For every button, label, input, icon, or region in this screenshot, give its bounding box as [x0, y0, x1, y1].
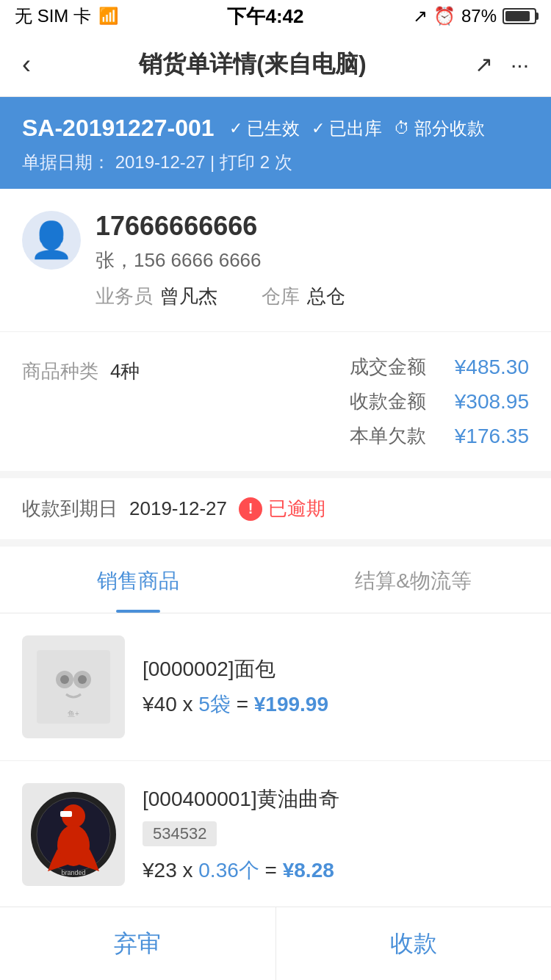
- owe-amount-label: 本单欠款: [350, 423, 426, 449]
- status-badge-effective: ✓ 已生效: [229, 117, 300, 140]
- svg-rect-10: [60, 811, 72, 817]
- carrier-text: 无 SIM 卡: [15, 4, 91, 28]
- battery-icon: [503, 8, 536, 24]
- tab-sales-label: 销售商品: [97, 569, 179, 592]
- received-amount-label: 收款金额: [350, 389, 426, 414]
- salesperson-label: 业务员: [96, 284, 153, 309]
- tab-settlement-label: 结算&物流等: [355, 569, 472, 592]
- stats-right: 成交金额 ¥485.30 收款金额 ¥308.95 本单欠款 ¥176.35: [276, 354, 529, 449]
- customer-phone: 17666666666: [96, 211, 529, 242]
- avatar: 👤: [22, 211, 81, 270]
- warehouse-value: 总仓: [307, 284, 345, 309]
- battery-percent: 87%: [461, 6, 497, 26]
- more-icon[interactable]: ···: [511, 52, 529, 77]
- nav-actions: ↗ ···: [475, 51, 529, 77]
- print-info: | 打印 2 次: [210, 152, 292, 172]
- alarm-icon: ⏰: [433, 6, 455, 26]
- back-button[interactable]: ‹: [22, 49, 31, 80]
- product-price-2: ¥23 x 0.36个 = ¥8.28: [143, 857, 529, 884]
- svg-text:鱼+: 鱼+: [68, 710, 79, 718]
- header-banner: SA-20191227-001 ✓ 已生效 ✓ 已出库 ⏱ 部分收款 单据日期：…: [0, 97, 551, 189]
- date-label: 单据日期：: [22, 152, 110, 172]
- check-icon-2: ✓: [311, 119, 325, 138]
- cancel-button[interactable]: 弃审: [0, 907, 276, 980]
- status-text-2: 已出库: [329, 117, 382, 140]
- svg-text:branded: branded: [61, 869, 85, 876]
- product-brand-icon: branded: [29, 790, 118, 879]
- status-badge-shipped: ✓ 已出库: [311, 117, 382, 140]
- product-image-2: branded: [22, 783, 125, 886]
- status-badge-partial: ⏱ 部分收款: [394, 117, 485, 140]
- banner-date: 单据日期： 2019-12-27 | 打印 2 次: [22, 151, 529, 174]
- overdue-badge: ! 已逾期: [239, 496, 325, 522]
- warehouse-label: 仓库: [262, 284, 300, 309]
- bottom-actions: 弃审 收款: [0, 907, 551, 980]
- due-date-section: 收款到期日 2019-12-27 ! 已逾期: [0, 478, 551, 547]
- page-title: 销货单详情(来自电脑): [139, 48, 366, 81]
- due-date-label: 收款到期日: [22, 496, 118, 522]
- product-placeholder-1: 鱼+: [22, 635, 125, 738]
- overdue-icon: !: [239, 497, 262, 521]
- customer-name: 张，156 6666 6666: [96, 248, 529, 273]
- location-icon: ↗: [413, 6, 428, 26]
- tabs-section: 销售商品 结算&物流等: [0, 547, 551, 613]
- salesperson-item: 业务员 曾凡杰: [96, 284, 217, 309]
- product-tag-2: 534532: [143, 821, 217, 846]
- product-owl-icon: 鱼+: [37, 650, 110, 724]
- stats-left: 商品种类 4种: [22, 354, 276, 384]
- banner-top: SA-20191227-001 ✓ 已生效 ✓ 已出库 ⏱ 部分收款: [22, 115, 529, 142]
- overdue-text: 已逾期: [268, 496, 325, 522]
- product-item: 鱼+ [0000002]面包 ¥40 x 5袋 = ¥199.99: [0, 613, 551, 761]
- warehouse-item: 仓库 总仓: [262, 284, 345, 309]
- svg-point-3: [60, 675, 69, 684]
- salesperson-value: 曾凡杰: [160, 284, 217, 309]
- status-text-1: 已生效: [247, 117, 300, 140]
- product-info-1: [0000002]面包 ¥40 x 5袋 = ¥199.99: [143, 655, 529, 718]
- nav-bar: ‹ 销货单详情(来自电脑) ↗ ···: [0, 32, 551, 97]
- order-date: 2019-12-27: [115, 152, 206, 172]
- owe-amount-row: 本单欠款 ¥176.35: [350, 423, 529, 449]
- product-logo-2: branded: [22, 783, 125, 886]
- deal-amount-value: ¥485.30: [441, 356, 529, 379]
- tab-settlement[interactable]: 结算&物流等: [276, 547, 551, 613]
- product-type-label: 商品种类: [22, 359, 98, 384]
- order-id: SA-20191227-001: [22, 115, 215, 142]
- clock-icon: ⏱: [394, 119, 410, 138]
- stats-section: 商品种类 4种 成交金额 ¥485.30 收款金额 ¥308.95 本单欠款 ¥…: [0, 332, 551, 478]
- customer-info: 17666666666 张，156 6666 6666 业务员 曾凡杰 仓库 总…: [96, 211, 529, 309]
- customer-meta: 业务员 曾凡杰 仓库 总仓: [96, 284, 529, 309]
- status-left: 无 SIM 卡 📶: [15, 4, 118, 28]
- product-info-2: [000400001]黄油曲奇 534532 ¥23 x 0.36个 = ¥8.…: [143, 785, 529, 884]
- product-image-1: 鱼+: [22, 635, 125, 738]
- check-icon-1: ✓: [229, 119, 242, 138]
- product-type-value: 4种: [110, 359, 140, 384]
- wifi-icon: 📶: [98, 7, 118, 26]
- received-amount-value: ¥308.95: [441, 390, 529, 414]
- status-right: ↗ ⏰ 87%: [413, 6, 536, 26]
- deal-amount-label: 成交金额: [350, 354, 426, 380]
- product-price-1: ¥40 x 5袋 = ¥199.99: [143, 691, 529, 718]
- owe-amount-value: ¥176.35: [441, 425, 529, 448]
- received-amount-row: 收款金额 ¥308.95: [350, 389, 529, 414]
- status-badges: ✓ 已生效 ✓ 已出库 ⏱ 部分收款: [229, 117, 485, 140]
- share-icon[interactable]: ↗: [475, 51, 493, 77]
- svg-point-4: [78, 675, 87, 684]
- due-date-value: 2019-12-27: [129, 497, 227, 520]
- product-name-1: [0000002]面包: [143, 655, 529, 683]
- tab-sales-products[interactable]: 销售商品: [0, 547, 276, 613]
- product-name-2: [000400001]黄油曲奇: [143, 785, 529, 813]
- status-text-3: 部分收款: [414, 117, 485, 140]
- customer-section: 👤 17666666666 张，156 6666 6666 业务员 曾凡杰 仓库…: [0, 189, 551, 332]
- avatar-icon: 👤: [29, 220, 73, 261]
- product-item-2: branded [000400001]黄油曲奇 534532 ¥23 x 0.3…: [0, 761, 551, 909]
- deal-amount-row: 成交金额 ¥485.30: [350, 354, 529, 380]
- confirm-button[interactable]: 收款: [276, 907, 552, 980]
- status-time: 下午4:42: [227, 4, 303, 29]
- status-bar: 无 SIM 卡 📶 下午4:42 ↗ ⏰ 87%: [0, 0, 551, 32]
